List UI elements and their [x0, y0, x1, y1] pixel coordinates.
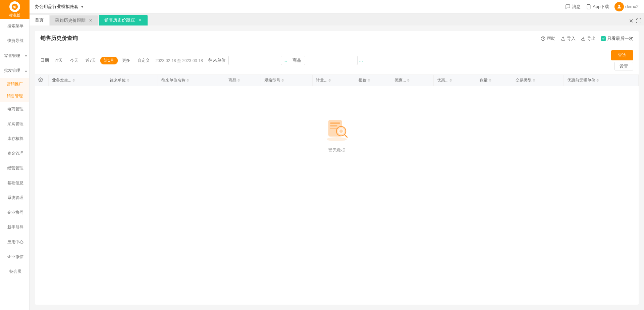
date-btn-more[interactable]: 更多	[119, 57, 133, 64]
sort-icon	[449, 79, 452, 82]
sidebar-item-basic[interactable]: 基础信息	[0, 176, 29, 191]
sidebar-item-label: 系统管理	[7, 195, 23, 201]
chevron-up-icon: ▴	[25, 69, 27, 72]
table-container: 业务发生... 往来单位	[35, 75, 639, 180]
user-profile[interactable]: demo2	[614, 2, 639, 11]
sidebar-item-quick[interactable]: 快捷导航	[0, 34, 29, 48]
tabbar-right: ✕ ⛶	[629, 18, 644, 25]
sidebar-item-retail[interactable]: 零售管理 ▾	[0, 48, 29, 63]
partner-dots[interactable]: ...	[283, 58, 287, 63]
tab-sales-close[interactable]: ✕	[138, 17, 142, 23]
sidebar-item-operation[interactable]: 经营管理	[0, 161, 29, 176]
th-discount1[interactable]: 优惠...	[391, 75, 434, 86]
table-header-row: 业务发生... 往来单位	[35, 75, 639, 86]
sidebar-item-newbie[interactable]: 新手引导	[0, 220, 29, 235]
sidebar-item-sales-mgmt[interactable]: 销售管理	[0, 90, 29, 102]
date-btn-yesterday[interactable]: 昨天	[52, 57, 66, 64]
sidebar-item-label: 快捷导航	[7, 38, 23, 44]
sidebar-item-wechat[interactable]: 企业微信	[0, 250, 29, 264]
th-biz-date[interactable]: 业务发生...	[48, 75, 106, 86]
tab-sales-label: 销售历史价跟踪	[104, 17, 135, 23]
sidebar-item-inventory[interactable]: 库存核算	[0, 132, 29, 146]
filter-area: 日期 昨天 今天 近7天 近1月 更多 自定义 2023-02-18 至 202…	[35, 46, 639, 75]
sidebar-item-member[interactable]: 畅会员	[0, 264, 29, 279]
message-button[interactable]: 消息	[565, 4, 581, 10]
settings-button[interactable]: 设置	[614, 62, 633, 70]
close-window-icon[interactable]: ✕	[629, 18, 633, 24]
tab-home-label: 首页	[35, 17, 44, 23]
import-label: 导入	[567, 36, 576, 42]
main-content: 销售历史价查询 帮助 导入	[30, 25, 644, 310]
sort-icon	[281, 79, 284, 82]
tab-home[interactable]: 首页	[30, 15, 49, 25]
svg-point-10	[327, 137, 347, 141]
sidebar-item-marketing[interactable]: 营销推广	[0, 78, 29, 90]
maximize-icon[interactable]: ⛶	[636, 18, 641, 24]
th-quote[interactable]: 报价	[355, 75, 391, 86]
sidebar: 畅 标准版 搜索菜单 快捷导航 零售管理 ▾ 批发管理 ▴ 营销推广 销售管理 …	[0, 0, 30, 310]
th-discount2-label: 优惠...	[437, 78, 448, 83]
date-btn-7days[interactable]: 近7天	[83, 57, 99, 64]
th-trade-type[interactable]: 交易类型	[512, 75, 564, 86]
partner-input-group: ...	[228, 56, 287, 65]
th-gear[interactable]	[35, 75, 48, 86]
sidebar-item-finance[interactable]: 资金管理	[0, 146, 29, 161]
partner-input[interactable]	[228, 56, 282, 65]
only-last-checkbox[interactable]: 只看最后一次	[601, 36, 633, 42]
svg-rect-12	[330, 122, 340, 124]
sidebar-item-label: 资金管理	[7, 151, 23, 156]
sidebar-item-search[interactable]: 搜索菜单	[0, 19, 29, 34]
data-table: 业务发生... 往来单位	[35, 75, 639, 86]
username: demo2	[625, 4, 639, 9]
sidebar-item-enterprise[interactable]: 企业协同	[0, 205, 29, 220]
tab-sales[interactable]: 销售历史价跟踪 ✕	[99, 15, 148, 25]
sidebar-item-appstore[interactable]: 应用中心	[0, 235, 29, 250]
sort-icon	[596, 79, 599, 82]
import-button[interactable]: 导入	[561, 36, 576, 42]
chevron-down-icon: ▾	[25, 54, 27, 58]
tabbar: 首页 采购历史价跟踪 ✕ 销售历史价跟踪 ✕ ✕ ⛶	[30, 13, 644, 25]
sidebar-item-label: 电商管理	[7, 107, 23, 112]
th-partner-code[interactable]: 往来单位	[106, 75, 158, 86]
export-button[interactable]: 导出	[581, 36, 596, 42]
sort-icon	[186, 79, 189, 82]
th-partner-code-label: 往来单位	[110, 78, 126, 83]
help-button[interactable]: 帮助	[541, 36, 555, 42]
date-btn-today[interactable]: 今天	[67, 57, 81, 64]
sidebar-item-ecommerce[interactable]: 电商管理	[0, 102, 29, 117]
sidebar-logo[interactable]: 畅 标准版	[0, 0, 30, 19]
th-partner-name-label: 往来单位名称	[161, 78, 185, 83]
sidebar-item-purchase[interactable]: 采购管理	[0, 117, 29, 132]
svg-rect-2	[587, 4, 590, 9]
sidebar-item-wholesale[interactable]: 批发管理 ▴	[0, 63, 29, 78]
topbar: 办公用品行业模拟账套 ▾ 消息 App下载 demo2	[30, 0, 644, 13]
date-btn-1month[interactable]: 近1月	[100, 57, 118, 64]
goods-dots[interactable]: ...	[359, 58, 363, 63]
sort-icon	[368, 79, 370, 82]
th-partner-name[interactable]: 往来单位名称	[158, 75, 225, 86]
th-unit[interactable]: 计量...	[313, 75, 355, 86]
goods-label: 商品	[292, 57, 301, 63]
goods-input[interactable]	[304, 56, 358, 65]
sidebar-item-label: 应用中心	[7, 240, 23, 245]
th-spec[interactable]: 规格型号	[261, 75, 313, 86]
tab-purchase-close[interactable]: ✕	[88, 17, 93, 23]
th-no-tax-price[interactable]: 优惠前无税单价	[564, 75, 639, 86]
date-buttons: 昨天 今天 近7天 近1月 更多 自定义	[52, 57, 153, 64]
th-goods[interactable]: 商品	[225, 75, 261, 86]
logo-text: 标准版	[9, 13, 20, 18]
tab-purchase[interactable]: 采购历史价跟踪 ✕	[50, 15, 98, 25]
th-qty[interactable]: 数量	[476, 75, 512, 86]
sidebar-item-label: 搜索菜单	[7, 23, 23, 29]
th-unit-label: 计量...	[316, 78, 327, 83]
app-download-button[interactable]: App下载	[586, 4, 609, 10]
sidebar-item-label: 企业微信	[7, 254, 23, 260]
th-discount2[interactable]: 优惠...	[434, 75, 476, 86]
sort-icon	[237, 79, 240, 82]
sidebar-item-label: 营销推广	[7, 81, 23, 87]
query-button[interactable]: 查询	[611, 50, 633, 60]
sidebar-item-system[interactable]: 系统管理	[0, 191, 29, 205]
sidebar-item-label: 畅会员	[9, 269, 21, 274]
dropdown-icon[interactable]: ▾	[81, 4, 83, 9]
date-btn-custom[interactable]: 自定义	[135, 57, 153, 64]
